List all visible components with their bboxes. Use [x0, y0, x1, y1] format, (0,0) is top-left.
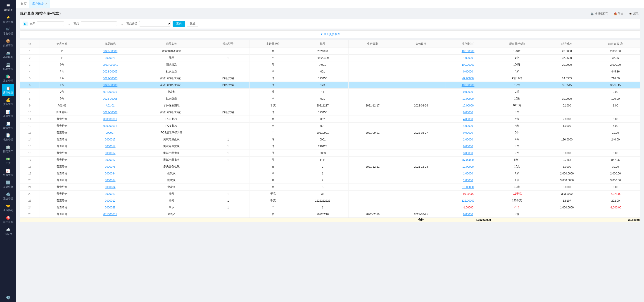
sidebar-icon-18: ☁️: [6, 227, 10, 232]
sidebar-item-2[interactable]: 📦批发管理: [2, 37, 14, 49]
cell-12-9[interactable]: 0.00000: [445, 129, 491, 136]
sidebar-item-1[interactable]: 🛒零售管理: [2, 25, 14, 37]
cell-11-2[interactable]: 000900001: [84, 122, 136, 129]
cell-16-3: 测试电量批次: [136, 157, 207, 163]
cell-24-9[interactable]: 0.00000: [445, 211, 491, 218]
cell-6-9[interactable]: 0.00000: [445, 89, 491, 95]
cell-14-12: [590, 143, 640, 150]
cell-18-2[interactable]: 0000084: [84, 170, 136, 177]
cell-14-2[interactable]: 0000017: [84, 143, 136, 150]
cell-3-9[interactable]: 0.00000: [445, 68, 491, 75]
cell-10-9[interactable]: 4.00000: [445, 116, 491, 122]
cell-1-2[interactable]: 0000029: [84, 55, 136, 61]
sidebar-item-5[interactable]: 🛍️采购管理: [2, 73, 14, 84]
sidebar-item-15[interactable]: ⚙️系统管理: [2, 190, 14, 202]
cell-13-8: [397, 136, 445, 143]
sidebar-item-4[interactable]: 💻电商管理: [2, 61, 14, 73]
sidebar-item-0[interactable]: ⚡快捷导航: [2, 14, 14, 25]
cell-15-9[interactable]: 3.00000: [445, 150, 491, 157]
cell-20-9[interactable]: 10.00000: [445, 184, 491, 191]
goods-input[interactable]: [81, 21, 117, 26]
cell-4-9[interactable]: 49.60000: [445, 75, 491, 82]
cell-2-9[interactable]: 100.00000: [445, 61, 491, 68]
sidebar-item-13[interactable]: 📈经营管理: [2, 167, 14, 179]
table-row: 18普查给仓0000078多头异色软线支22021-12-212021-12-2…: [20, 163, 640, 170]
tab-0[interactable]: 首页: [18, 0, 30, 8]
cell-13-9[interactable]: 2.00000: [445, 136, 491, 143]
col-header-7: 生产日期: [348, 40, 397, 48]
cell-19-2[interactable]: 0000084: [84, 177, 136, 184]
cell-24-2[interactable]: 001000031: [84, 211, 136, 218]
cell-18-9[interactable]: 1.00000: [445, 170, 491, 177]
cell-0-5: 米: [249, 48, 297, 55]
sidebar-item-14[interactable]: ℹ️基础信息: [2, 179, 14, 190]
cell-17-2[interactable]: 0000078: [84, 163, 136, 170]
cell-23-2[interactable]: 0000029: [84, 204, 136, 211]
cell-10-2[interactable]: 000900001: [84, 116, 136, 122]
sidebar-item-18[interactable]: ☁️云应用: [2, 226, 14, 237]
sidebar-search[interactable]: ☰ 搜索菜单: [0, 2, 16, 14]
cell-7-9[interactable]: 10.00000: [445, 95, 491, 102]
cell-5-2[interactable]: 0023-00008: [84, 82, 136, 89]
cell-1-9[interactable]: 1.00000: [445, 55, 491, 61]
sidebar-icon-1: 🛒: [6, 27, 10, 32]
sidebar-item-10[interactable]: 📑税务管理: [2, 131, 14, 143]
sidebar-item-3[interactable]: 🚢小船电商: [2, 49, 14, 61]
cell-16-2[interactable]: 0000017: [84, 157, 136, 163]
sidebar-item-8[interactable]: 📊总账管理: [2, 108, 14, 120]
cell-19-9[interactable]: 1.00000: [445, 177, 491, 184]
cell-12-2[interactable]: 000097: [84, 129, 136, 136]
expand-conditions-btn[interactable]: ▼ 展开更多条件: [320, 32, 340, 36]
sidebar-item-16[interactable]: 🤝企业协同: [2, 202, 14, 214]
action-btn-0[interactable]: 🖨️按模板打印: [588, 11, 610, 17]
warehouse-input[interactable]: [37, 21, 64, 26]
category-select[interactable]: [139, 21, 171, 27]
sidebar-item-12[interactable]: 💵工资: [2, 155, 14, 167]
sidebar-item-6[interactable]: 📋库存核查: [2, 84, 14, 96]
cell-6-2[interactable]: 001000026: [84, 89, 136, 95]
cell-2-2[interactable]: 0023-0000...: [84, 61, 136, 68]
action-btn-2[interactable]: 👁️展示: [627, 11, 640, 17]
tab-close-1[interactable]: ✕: [45, 2, 48, 6]
cell-22-10: 122千克: [491, 197, 543, 204]
cell-3-2[interactable]: 0023-00005: [84, 68, 136, 75]
cell-9-9[interactable]: 0.00000: [445, 109, 491, 116]
cell-9-2[interactable]: 0023-00008: [84, 109, 136, 116]
cell-13-2[interactable]: 0000017: [84, 136, 136, 143]
action-btn-1[interactable]: 📤导出: [612, 11, 625, 17]
cell-0-2[interactable]: 0023-00009: [84, 48, 136, 55]
cell-8-9[interactable]: 10.00000: [445, 102, 491, 109]
cell-4-2[interactable]: 0023-00005: [84, 75, 136, 82]
cell-22-2[interactable]: 0000012: [84, 197, 136, 204]
expand-arrow[interactable]: ▶: [22, 22, 28, 26]
table-row: 19普查给仓0000084批次次米11.000001米2,000.00002,0…: [20, 170, 640, 177]
sidebar-label-7: 资金管理: [3, 103, 13, 106]
sidebar-settings[interactable]: ⚙️: [0, 293, 16, 302]
cell-11-9[interactable]: 4.00000: [445, 122, 491, 129]
cell-7-2[interactable]: 0023-00005: [84, 95, 136, 102]
sidebar-item-11[interactable]: 🏢固定资产: [2, 143, 14, 155]
cell-23-9[interactable]: -1.00000: [445, 204, 491, 211]
cell-0-9[interactable]: 100.00000: [445, 48, 491, 55]
search-button[interactable]: 查询: [172, 21, 185, 27]
tab-1[interactable]: 库存批次✕: [30, 0, 50, 8]
setting-button[interactable]: 设置: [187, 21, 198, 27]
cell-14-9[interactable]: 0.00000: [445, 143, 491, 150]
cell-21-2[interactable]: 0000012: [84, 191, 136, 197]
sidebar-item-9[interactable]: 🧾发票管理: [2, 120, 14, 131]
cell-16-9[interactable]: 87.00000: [445, 157, 491, 163]
cell-21-9[interactable]: -16.00000: [445, 191, 491, 197]
table-settings-icon[interactable]: ⚙: [28, 42, 31, 46]
sidebar-item-17[interactable]: 🎯新手引导: [2, 214, 14, 226]
cell-17-9[interactable]: 10.00000: [445, 163, 491, 170]
cell-1-6: 20220429: [297, 55, 348, 61]
cell-5-9[interactable]: 100.00000: [445, 82, 491, 89]
sidebar-item-7[interactable]: 💰资金管理: [2, 96, 14, 108]
cell-16-0: 17: [20, 157, 40, 163]
cell-7-1: 2号: [40, 95, 84, 102]
cell-20-2[interactable]: 0000084: [84, 184, 136, 191]
cell-13-7: [348, 136, 397, 143]
cell-15-2[interactable]: 0000017: [84, 150, 136, 157]
cell-22-9[interactable]: 122.00000: [445, 197, 491, 204]
cell-8-2[interactable]: A01-01: [84, 102, 136, 109]
